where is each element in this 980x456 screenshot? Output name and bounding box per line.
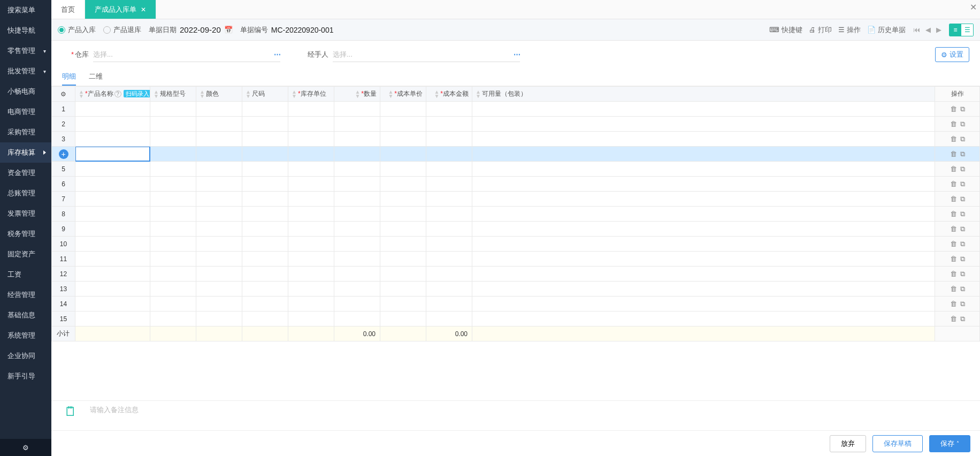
handler-input[interactable] — [333, 50, 520, 58]
cell[interactable] — [426, 311, 472, 326]
cell[interactable] — [75, 162, 150, 177]
delete-row-icon[interactable] — [950, 209, 957, 218]
delete-row-icon[interactable] — [950, 194, 957, 203]
cell[interactable] — [75, 207, 150, 222]
delete-row-icon[interactable] — [950, 134, 957, 143]
copy-row-icon[interactable] — [960, 164, 965, 173]
nav-first[interactable]: ⏮ — [912, 26, 921, 34]
cell[interactable] — [334, 222, 380, 237]
table-row[interactable]: 2 — [52, 117, 980, 132]
cell[interactable] — [334, 177, 380, 192]
cell[interactable] — [150, 267, 196, 282]
cell[interactable] — [472, 207, 935, 222]
delete-row-icon[interactable] — [950, 284, 957, 293]
cell[interactable] — [242, 162, 288, 177]
cell[interactable] — [196, 237, 242, 252]
th-amount[interactable]: ▲▼*成本金额 — [426, 87, 472, 102]
cell[interactable] — [75, 252, 150, 267]
table-row[interactable]: 14 — [52, 297, 980, 311]
cell[interactable] — [380, 177, 426, 192]
cell[interactable] — [242, 117, 288, 132]
cell[interactable] — [150, 222, 196, 237]
sidebar-item[interactable]: 批发管理▾ — [0, 61, 51, 81]
sidebar-item[interactable]: 小畅电商 — [0, 81, 51, 102]
cell[interactable] — [380, 311, 426, 326]
cell[interactable] — [334, 311, 380, 326]
cell[interactable] — [426, 207, 472, 222]
th-spec[interactable]: ▲▼规格型号 — [150, 87, 196, 102]
table-row[interactable]: 15 — [52, 311, 980, 326]
table-row[interactable]: + — [52, 147, 980, 162]
handler-input-wrap[interactable]: ⋯ — [333, 47, 520, 62]
copy-row-icon[interactable] — [960, 119, 965, 128]
copy-row-icon[interactable] — [960, 194, 965, 203]
scan-badge[interactable]: 扫码录入 — [124, 90, 150, 97]
ops-button[interactable]: 操作 — [838, 25, 861, 35]
cell[interactable] — [380, 117, 426, 132]
cell[interactable] — [472, 267, 935, 282]
cell[interactable] — [75, 102, 150, 117]
cell[interactable] — [334, 147, 380, 162]
cell[interactable] — [196, 252, 242, 267]
cell[interactable] — [196, 147, 242, 162]
view-compact[interactable]: ≡ — [950, 24, 961, 36]
cell[interactable] — [426, 177, 472, 192]
save-draft-button[interactable]: 保存草稿 — [872, 435, 923, 452]
sidebar-item[interactable]: 零售管理▾ — [0, 41, 51, 61]
table-row[interactable]: 8 — [52, 207, 980, 222]
cell[interactable] — [288, 222, 334, 237]
table-row[interactable]: 5 — [52, 162, 980, 177]
cell[interactable] — [426, 117, 472, 132]
cell[interactable] — [288, 282, 334, 297]
cell[interactable] — [150, 311, 196, 326]
sidebar-item[interactable]: 税务管理 — [0, 224, 51, 244]
cell[interactable] — [288, 297, 334, 311]
cell[interactable] — [288, 311, 334, 326]
cell[interactable] — [472, 162, 935, 177]
warehouse-input[interactable] — [93, 50, 280, 58]
subtab-matrix[interactable]: 二维 — [89, 69, 103, 86]
sidebar-item[interactable]: 新手引导 — [0, 366, 51, 386]
cell[interactable] — [334, 237, 380, 252]
sidebar-item[interactable]: 总账管理 — [0, 183, 51, 203]
cell[interactable] — [288, 192, 334, 207]
cell[interactable] — [426, 282, 472, 297]
calendar-icon[interactable] — [224, 26, 233, 34]
sidebar-item[interactable]: 搜索菜单 — [0, 0, 51, 20]
copy-row-icon[interactable] — [960, 209, 965, 218]
table-row[interactable]: 7 — [52, 192, 980, 207]
th-gear[interactable] — [52, 87, 75, 102]
table-row[interactable]: 3 — [52, 132, 980, 147]
delete-row-icon[interactable] — [950, 119, 957, 128]
copy-row-icon[interactable] — [960, 239, 965, 248]
cell[interactable] — [426, 132, 472, 147]
cell[interactable] — [472, 102, 935, 117]
cell[interactable] — [288, 267, 334, 282]
remarks-input[interactable] — [90, 405, 973, 427]
cell[interactable] — [75, 177, 150, 192]
delete-row-icon[interactable] — [950, 224, 957, 233]
cell[interactable] — [242, 252, 288, 267]
cell[interactable] — [242, 147, 288, 162]
delete-row-icon[interactable] — [950, 164, 957, 173]
th-qty[interactable]: ▲▼*数量 — [334, 87, 380, 102]
cell[interactable] — [472, 252, 935, 267]
cell[interactable] — [426, 222, 472, 237]
delete-row-icon[interactable] — [950, 239, 957, 248]
cell[interactable] — [150, 102, 196, 117]
cell[interactable] — [196, 132, 242, 147]
cell[interactable] — [288, 177, 334, 192]
help-icon[interactable]: ? — [114, 90, 121, 97]
cell[interactable] — [242, 282, 288, 297]
cell[interactable] — [426, 102, 472, 117]
cell[interactable] — [334, 102, 380, 117]
sidebar-settings[interactable] — [0, 439, 51, 456]
cell[interactable] — [426, 252, 472, 267]
table-row[interactable]: 6 — [52, 177, 980, 192]
cell[interactable] — [380, 282, 426, 297]
cell[interactable] — [196, 297, 242, 311]
cell[interactable] — [242, 222, 288, 237]
sidebar-item[interactable]: 系统管理 — [0, 325, 51, 346]
page-tab[interactable]: 首页 — [51, 0, 85, 19]
cell[interactable] — [334, 207, 380, 222]
